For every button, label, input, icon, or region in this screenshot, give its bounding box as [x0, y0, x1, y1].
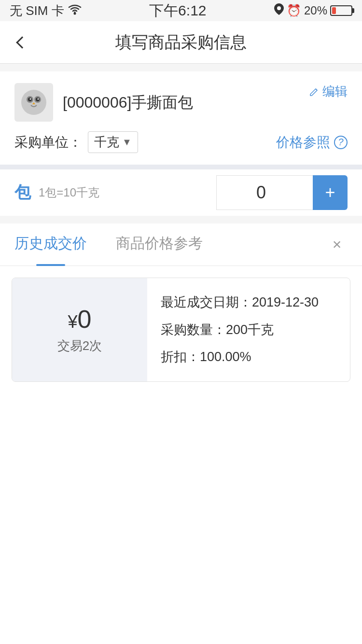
recent-date-label: 最近成交日期： — [161, 295, 252, 309]
pkg-unit-label: 包 — [14, 182, 31, 204]
price-ref-help-icon: ? — [334, 136, 348, 149]
history-price-left: ¥0 交易2次 — [12, 278, 147, 381]
quantity-input-group: + — [216, 175, 348, 210]
alarm-icon: ⏰ — [287, 4, 301, 17]
discount-value: 100.00% — [200, 350, 251, 364]
purchase-qty-label: 采购数量： — [161, 322, 226, 337]
history-card: ¥0 交易2次 最近成交日期：2019-12-30 采购数量：200千克 折扣：… — [12, 278, 350, 382]
unit-arrow-icon: ▼ — [122, 137, 132, 148]
history-price-value: ¥0 — [68, 305, 92, 334]
unit-value: 千克 — [94, 134, 119, 151]
unit-label: 采购单位： — [14, 133, 82, 152]
svg-point-0 — [73, 12, 76, 14]
quantity-row: 包 1包=10千克 + — [0, 169, 362, 216]
discount-row: 折扣：100.00% — [161, 347, 336, 367]
product-top-row: [0000006]手撕面包 编辑 — [14, 83, 348, 122]
unit-selector[interactable]: 千克 ▼ — [88, 131, 138, 153]
tabs-panel: 历史成交价 商品价格参考 × ¥0 交易2次 最近成交日期：2019-12-30… — [0, 224, 362, 644]
recent-date-row: 最近成交日期：2019-12-30 — [161, 293, 336, 312]
price-ref-label: 价格参照 — [276, 133, 330, 152]
tab-history-price[interactable]: 历史成交价 — [14, 224, 87, 266]
location-icon — [274, 3, 284, 18]
quantity-label: 包 1包=10千克 — [14, 182, 99, 204]
wifi-icon — [68, 3, 82, 18]
svg-point-7 — [30, 98, 31, 100]
trade-count: 交易2次 — [57, 337, 102, 354]
product-name: [0000006]手撕面包 — [63, 92, 193, 113]
product-owl-logo — [20, 89, 47, 116]
status-right: ⏰ 20% — [274, 3, 352, 18]
status-time: 下午6:12 — [149, 1, 206, 21]
svg-point-1 — [277, 6, 281, 10]
battery-percent: 20% — [304, 4, 327, 17]
status-bar: 无 SIM 卡 下午6:12 ⏰ 20% — [0, 0, 362, 21]
battery-icon — [330, 5, 352, 16]
price-ref-button[interactable]: 价格参照 ? — [276, 133, 348, 152]
quantity-input[interactable] — [216, 175, 313, 210]
price-number: 0 — [78, 305, 92, 333]
unit-left: 采购单位： 千克 ▼ — [14, 131, 138, 153]
content-background — [0, 393, 362, 644]
edit-button[interactable]: 编辑 — [309, 83, 348, 100]
recent-date-value: 2019-12-30 — [252, 295, 319, 309]
currency-symbol: ¥ — [68, 312, 78, 332]
purchase-qty-row: 采购数量：200千克 — [161, 320, 336, 340]
tab-history-price-label: 历史成交价 — [14, 234, 87, 253]
carrier-text: 无 SIM 卡 — [10, 2, 64, 19]
back-arrow-icon — [16, 36, 28, 48]
discount-label: 折扣： — [161, 350, 200, 364]
tab-product-price-ref-label: 商品价格参考 — [116, 234, 203, 253]
status-left: 无 SIM 卡 — [10, 2, 82, 19]
tab-product-price-ref[interactable]: 商品价格参考 — [116, 224, 203, 266]
tabs-list: 历史成交价 商品价格参考 — [14, 224, 203, 266]
back-button[interactable] — [12, 32, 33, 53]
pkg-hint: 1包=10千克 — [39, 185, 99, 200]
edit-label: 编辑 — [322, 83, 348, 100]
tabs-header: 历史成交价 商品价格参考 × — [0, 224, 362, 266]
close-icon: × — [333, 236, 342, 253]
edit-icon — [309, 86, 320, 97]
page-title: 填写商品采购信息 — [115, 31, 247, 54]
nav-bar: 填写商品采购信息 — [0, 21, 362, 64]
tabs-close-button[interactable]: × — [326, 234, 348, 255]
purchase-qty-value: 200千克 — [226, 322, 274, 337]
section-divider — [0, 165, 362, 169]
product-card: [0000006]手撕面包 编辑 采购单位： 千克 ▼ 价格参照 ? — [0, 71, 362, 165]
history-details-right: 最近成交日期：2019-12-30 采购数量：200千克 折扣：100.00% — [147, 278, 350, 381]
product-image — [14, 83, 53, 122]
product-left: [0000006]手撕面包 — [14, 83, 193, 122]
quantity-plus-button[interactable]: + — [313, 175, 348, 210]
product-unit-row: 采购单位： 千克 ▼ 价格参照 ? — [14, 131, 348, 153]
svg-point-8 — [38, 98, 39, 100]
